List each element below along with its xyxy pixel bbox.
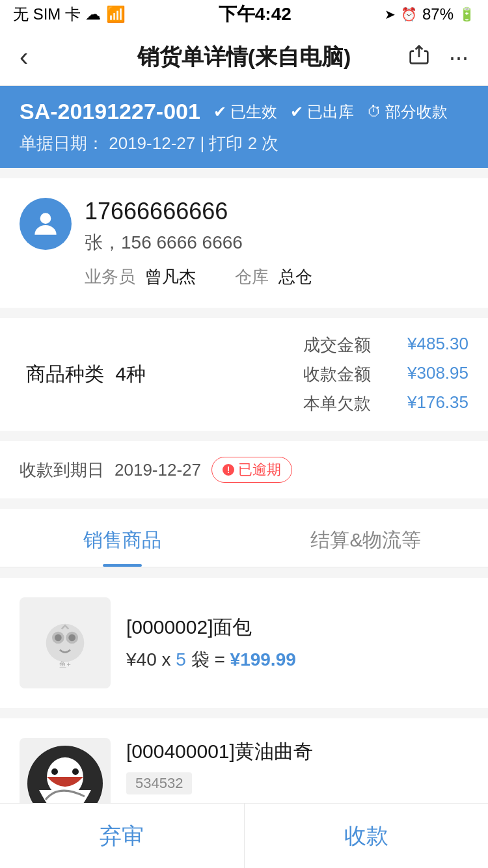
tab-settlement[interactable]: 结算&物流等	[244, 509, 488, 567]
status-partial: ⏱ 部分收款	[367, 102, 448, 122]
back-button[interactable]: ‹	[20, 42, 41, 72]
customer-id: 17666666666	[85, 198, 468, 225]
more-icon[interactable]: ···	[449, 44, 468, 71]
status-left: 无 SIM 卡 ☁ 📶	[13, 4, 126, 25]
status-effective: ✔ 已生效	[213, 102, 277, 122]
svg-text:鱼+: 鱼+	[59, 660, 70, 668]
status-right: ➤ ⏰ 87% 🔋	[385, 5, 475, 23]
svg-point-5	[68, 634, 75, 642]
due-section: 收款到期日 2019-12-27 ! 已逾期	[0, 441, 488, 498]
svg-point-1	[46, 624, 85, 662]
received-row: 收款金额 ¥308.95	[303, 363, 468, 386]
customer-meta: 业务员 曾凡杰 仓库 总仓	[85, 265, 468, 288]
nav-actions: ···	[409, 44, 468, 71]
overdue-badge: ! 已逾期	[211, 457, 292, 483]
wifi-icon: 📶	[106, 5, 126, 23]
debt-label: 本单欠款	[303, 392, 371, 415]
overdue-dot-icon: !	[223, 464, 234, 476]
product-image-1: 鱼+	[20, 597, 111, 688]
stats-section: 商品种类 4种 成交金额 ¥485.30 收款金额 ¥308.95 本单欠款 ¥…	[0, 318, 488, 431]
order-header: SA-20191227-001 ✔ 已生效 ✔ 已出库 ⏱ 部分收款 单据日期：…	[0, 86, 488, 168]
received-label: 收款金额	[303, 363, 371, 386]
amount-info: 成交金额 ¥485.30 收款金额 ¥308.95 本单欠款 ¥176.35	[303, 334, 468, 415]
unit-1: 袋	[191, 649, 210, 670]
due-label: 收款到期日	[20, 459, 104, 481]
amount-label: 成交金额	[303, 334, 371, 357]
sales-label: 业务员	[85, 267, 135, 286]
confirm-button[interactable]: 收款	[245, 804, 489, 868]
battery-text: 87%	[422, 5, 454, 23]
order-date-info: 单据日期： 2019-12-27 | 打印 2 次	[20, 132, 468, 155]
due-date: 2019-12-27	[115, 460, 201, 480]
type-value: 4种	[115, 363, 146, 385]
battery-icon: 🔋	[459, 7, 475, 22]
status-time: 下午4:42	[219, 2, 291, 27]
warehouse-value: 总仓	[278, 267, 312, 286]
page-title: 销货单详情(来自电脑)	[137, 42, 351, 72]
amount-row: 成交金额 ¥485.30	[303, 334, 468, 357]
customer-name-phone: 张，156 6666 6666	[85, 230, 468, 255]
order-id: SA-20191227-001	[20, 99, 200, 124]
product-type-info: 商品种类 4种	[20, 361, 146, 388]
nav-bar: ‹ 销货单详情(来自电脑) ···	[0, 29, 488, 86]
product-price-1: ¥40 x 5 袋 = ¥199.99	[126, 647, 468, 672]
sales-value: 曾凡杰	[145, 267, 196, 286]
warehouse-info: 仓库 总仓	[235, 265, 312, 288]
product-name-1: [0000002]面包	[126, 614, 468, 641]
svg-point-0	[40, 213, 51, 224]
debt-row: 本单欠款 ¥176.35	[303, 392, 468, 415]
avatar	[20, 198, 72, 250]
tab-sales-goods[interactable]: 销售商品	[0, 509, 244, 567]
qty-1: 5	[176, 649, 186, 670]
sim-label: 无 SIM 卡 ☁	[13, 4, 101, 25]
product-name-2: [000400001]黄油曲奇	[126, 739, 468, 765]
warehouse-label: 仓库	[235, 267, 269, 286]
bottom-bar: 弃审 收款	[0, 803, 488, 868]
price-1: ¥40	[126, 649, 157, 670]
svg-point-12	[72, 768, 79, 775]
debt-value: ¥176.35	[384, 392, 468, 415]
received-value: ¥308.95	[384, 363, 468, 386]
customer-info: 17666666666 张，156 6666 6666 业务员 曾凡杰 仓库 总…	[85, 198, 468, 288]
status-shipped: ✔ 已出库	[290, 102, 354, 122]
amount-value: ¥485.30	[384, 334, 468, 357]
customer-section: 17666666666 张，156 6666 6666 业务员 曾凡杰 仓库 总…	[0, 178, 488, 308]
total-1: ¥199.99	[230, 649, 296, 670]
status-bar: 无 SIM 卡 ☁ 📶 下午4:42 ➤ ⏰ 87% 🔋	[0, 0, 488, 29]
svg-point-11	[51, 768, 58, 775]
alarm-icon: ⏰	[401, 7, 417, 22]
product-sku-2: 534532	[126, 772, 192, 794]
location-icon: ➤	[385, 7, 396, 22]
sales-info: 业务员 曾凡杰	[85, 265, 196, 288]
tab-bar: 销售商品 结算&物流等	[0, 509, 488, 567]
product-details-1: [0000002]面包 ¥40 x 5 袋 = ¥199.99	[126, 614, 468, 672]
cancel-button[interactable]: 弃审	[0, 804, 245, 868]
product-item: 鱼+ [0000002]面包 ¥40 x 5 袋 = ¥199.99	[0, 578, 488, 708]
type-label: 商品种类	[26, 363, 104, 385]
overdue-text: 已逾期	[238, 460, 281, 480]
svg-point-4	[55, 634, 62, 642]
share-icon[interactable]	[409, 44, 429, 71]
